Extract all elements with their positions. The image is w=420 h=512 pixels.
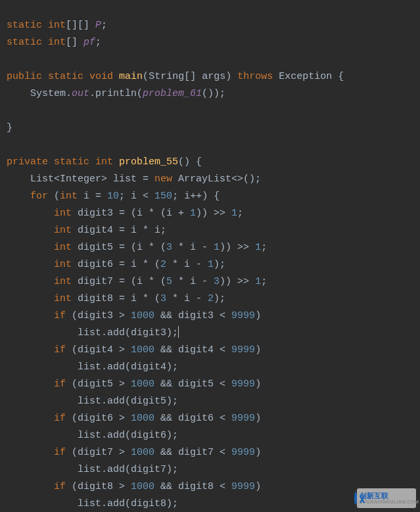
watermark-icon	[354, 492, 357, 505]
code-line: if (digit3 > 1000 && digit3 < 9999)	[7, 310, 261, 321]
watermark-text: 创新互联 CHUANXINHULIAN.COM	[360, 492, 419, 504]
code-line: list.add(digit3);	[7, 327, 179, 338]
code-line: if (digit8 > 1000 && digit8 < 9999)	[7, 481, 261, 492]
code-line: public static void main(String[] args) t…	[7, 71, 344, 82]
code-line: List<Integer> list = new ArrayList<>();	[7, 174, 261, 185]
code-editor[interactable]: static int[][] P; static int[] pf; publi…	[0, 0, 420, 512]
code-line: if (digit7 > 1000 && digit7 < 9999)	[7, 447, 261, 458]
code-line: int digit5 = (i * (3 * i - 1)) >> 1;	[7, 242, 267, 253]
code-line: static int[][] P;	[7, 20, 107, 31]
watermark-logo: 创新互联 CHUANXINHULIAN.COM	[357, 488, 416, 508]
code-line: int digit4 = i * i;	[7, 225, 166, 236]
code-line: list.add(digit7);	[7, 464, 178, 475]
code-line: System.out.println(problem_61());	[7, 88, 225, 99]
code-line: int digit7 = (i * (5 * i - 3)) >> 1;	[7, 276, 267, 287]
code-line: int digit6 = i * (2 * i - 1);	[7, 259, 225, 270]
code-line: for (int i = 10; i < 150; i++) {	[7, 191, 220, 202]
text-cursor	[178, 326, 179, 338]
code-line: }	[7, 122, 12, 133]
code-line: list.add(digit6);	[7, 430, 178, 441]
code-line: list.add(digit8);	[7, 498, 178, 509]
code-line: if (digit6 > 1000 && digit6 < 9999)	[7, 413, 261, 424]
code-line: if (digit4 > 1000 && digit4 < 9999)	[7, 344, 261, 356]
code-line: if (digit5 > 1000 && digit5 < 9999)	[7, 379, 261, 390]
code-line: list.add(digit5);	[7, 396, 178, 407]
code-line: int digit8 = i * (3 * i - 2);	[7, 293, 225, 304]
code-line: static int[] pf;	[7, 37, 101, 48]
code-line: private static int problem_55() {	[7, 156, 202, 168]
code-line: int digit3 = (i * (i + 1)) >> 1;	[7, 208, 243, 219]
code-line: list.add(digit4);	[7, 361, 178, 373]
